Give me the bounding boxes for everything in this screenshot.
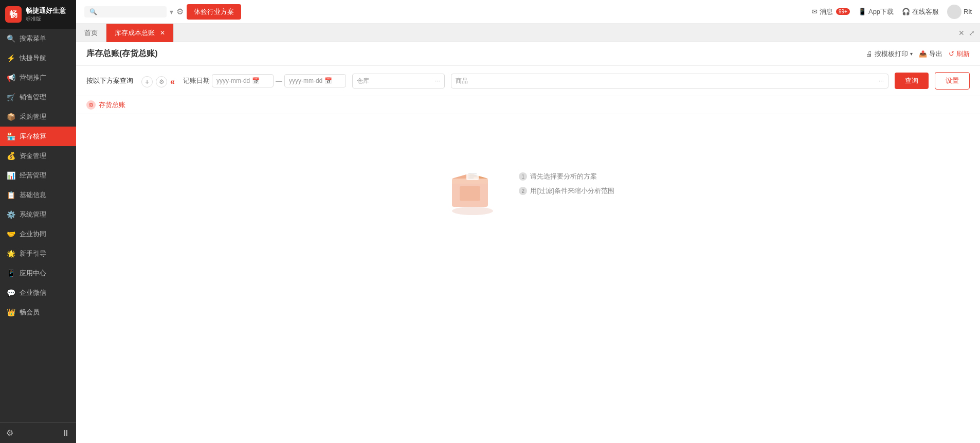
search-icon: 🔍 <box>6 34 15 43</box>
sidebar-item-label: 资金管理 <box>20 151 46 161</box>
online-service-label: 在线客服 <box>912 7 939 16</box>
refresh-icon: ↺ <box>949 50 954 58</box>
service-icon: 🎧 <box>902 8 910 15</box>
scheme-icon: ⟳ <box>86 100 96 110</box>
filter-collapse-btn[interactable]: « <box>170 77 175 86</box>
query-btn[interactable]: 查询 <box>895 73 929 89</box>
warehouse-placeholder: 仓库 <box>357 77 369 85</box>
sidebar-item-search[interactable]: 🔍 搜索菜单 <box>0 29 76 48</box>
date-label: 记账日期 <box>183 76 210 85</box>
sidebar-item-business[interactable]: 📊 经营管理 <box>0 166 76 185</box>
app-subtitle: 标准版 <box>26 15 66 23</box>
date-separator: — <box>276 77 282 85</box>
sidebar-item-finance[interactable]: 💰 资金管理 <box>0 146 76 166</box>
scheme-label: 存货总账 <box>99 100 125 110</box>
tab-inventory-ledger[interactable]: 库存成本总账 ✕ <box>106 24 174 42</box>
app-download-label: App下载 <box>868 7 894 16</box>
sidebar-item-basic[interactable]: 📋 基础信息 <box>0 185 76 205</box>
sidebar-nav: 🔍 搜索菜单 ⚡ 快捷导航 📢 营销推广 🛒 销售管理 📦 采购管理 🏪 库存核… <box>0 29 76 422</box>
quick-nav-icon: ⚡ <box>6 54 15 62</box>
topbar-right: ✉ 消息 99+ 📱 App下载 🎧 在线客服 Rit <box>812 5 972 19</box>
expand-icon[interactable]: ⤢ <box>969 29 975 37</box>
topbar-gear-icon[interactable]: ⚙ <box>176 7 184 16</box>
export-btn[interactable]: 📤 导出 <box>919 49 942 59</box>
tab-home[interactable]: 首页 <box>76 24 106 42</box>
date-filter-field: 记账日期 yyyy-mm-dd 📅 — yyyy-mm-dd 📅 <box>183 74 346 87</box>
message-icon: ✉ <box>812 8 818 15</box>
goods-more-icon: ··· <box>879 77 884 84</box>
user-name: Rit <box>964 8 972 15</box>
message-btn[interactable]: ✉ 消息 99+ <box>812 7 850 16</box>
sidebar-item-marketing[interactable]: 📢 营销推广 <box>0 68 76 87</box>
main-area: 🔍 ▾ ⚙ 体验行业方案 ✉ 消息 99+ 📱 App下载 🎧 在线客服 <box>76 0 980 443</box>
filter-settings-icon[interactable]: ⚙ <box>156 76 167 87</box>
warehouse-more-icon: ··· <box>435 77 440 84</box>
sidebar-item-vip[interactable]: 👑 畅会员 <box>0 303 76 322</box>
user-avatar <box>947 5 961 19</box>
date-end-input[interactable]: yyyy-mm-dd 📅 <box>284 74 346 87</box>
finance-icon: 💰 <box>6 152 15 160</box>
sidebar-item-wechat[interactable]: 💬 企业微信 <box>0 283 76 303</box>
sidebar-item-label: 新手引导 <box>20 249 46 258</box>
sidebar-item-inventory[interactable]: 🏪 库存核算 <box>0 127 76 146</box>
topbar-dropdown-icon[interactable]: ▾ <box>170 8 173 16</box>
speaker-bottom-icon[interactable]: ⏸ <box>62 429 70 438</box>
tabs-bar: 首页 库存成本总账 ✕ ✕ ⤢ <box>76 24 980 42</box>
tab-close-icon[interactable]: ✕ <box>160 29 165 37</box>
tab-home-label: 首页 <box>84 28 98 38</box>
sidebar-item-quick-nav[interactable]: ⚡ 快捷导航 <box>0 48 76 68</box>
sidebar-item-label: 基础信息 <box>20 190 46 200</box>
topbar: 🔍 ▾ ⚙ 体验行业方案 ✉ 消息 99+ 📱 App下载 🎧 在线客服 <box>76 0 980 24</box>
page-header-actions: 🖨 按模板打印 ▾ 📤 导出 ↺ 刷新 <box>866 49 970 59</box>
sidebar-item-label: 库存核算 <box>20 132 46 141</box>
date-start-input[interactable]: yyyy-mm-dd 📅 <box>212 74 274 87</box>
tab-right-controls: ✕ ⤢ <box>953 29 980 37</box>
sidebar-logo-text: 畅捷通好生意 标准版 <box>26 6 66 23</box>
filter-add-btns: + ⚙ « <box>141 72 175 87</box>
page-title: 库存总账(存货总账) <box>86 48 158 59</box>
svg-rect-8 <box>466 171 479 180</box>
phone-icon: 📱 <box>858 8 866 15</box>
close-panel-icon[interactable]: ✕ <box>958 29 965 37</box>
empty-state: 1 请先选择要分析的方案 2 用[过滤]条件来缩小分析范围 <box>76 114 980 258</box>
sidebar-item-company[interactable]: 🤝 企业协同 <box>0 224 76 244</box>
topbar-left: 🔍 ▾ ⚙ 体验行业方案 <box>84 4 807 20</box>
sidebar-item-system[interactable]: ⚙️ 系统管理 <box>0 205 76 224</box>
company-icon: 🤝 <box>6 230 15 238</box>
sidebar: 畅 畅捷通好生意 标准版 🔍 搜索菜单 ⚡ 快捷导航 📢 营销推广 🛒 销售管理… <box>0 0 76 443</box>
message-label: 消息 <box>820 7 833 16</box>
vip-icon: 👑 <box>6 308 15 316</box>
scheme-item[interactable]: ⟳ 存货总账 <box>86 100 125 110</box>
settings-bottom-icon[interactable]: ⚙ <box>6 428 13 438</box>
sidebar-item-label: 企业协同 <box>20 229 46 239</box>
print-template-btn[interactable]: 🖨 按模板打印 ▾ <box>866 49 913 59</box>
app-download-btn[interactable]: 📱 App下载 <box>858 7 894 16</box>
basic-icon: 📋 <box>6 191 15 199</box>
industry-btn[interactable]: 体验行业方案 <box>187 4 241 20</box>
sidebar-item-label: 畅会员 <box>20 308 40 317</box>
date-start-placeholder: yyyy-mm-dd <box>216 77 250 84</box>
online-service-btn[interactable]: 🎧 在线客服 <box>902 7 939 16</box>
refresh-btn[interactable]: ↺ 刷新 <box>949 49 970 59</box>
date-end-placeholder: yyyy-mm-dd <box>289 77 322 84</box>
topbar-search[interactable]: 🔍 <box>84 6 167 17</box>
goods-select[interactable]: 商品 ··· <box>451 74 888 88</box>
empty-text: 1 请先选择要分析的方案 2 用[过滤]条件来缩小分析范围 <box>519 172 614 201</box>
sidebar-item-sales[interactable]: 🛒 销售管理 <box>0 87 76 107</box>
sidebar-item-purchase[interactable]: 📦 采购管理 <box>0 107 76 127</box>
filter-label: 按以下方案查询 <box>86 72 133 85</box>
warehouse-select[interactable]: 仓库 ··· <box>352 74 445 88</box>
app-logo-icon: 畅 <box>5 6 22 23</box>
message-badge: 99+ <box>836 8 850 15</box>
filter-fields-area: 记账日期 yyyy-mm-dd 📅 — yyyy-mm-dd 📅 <box>183 72 970 90</box>
user-area[interactable]: Rit <box>947 5 972 19</box>
settings-filter-btn[interactable]: 设置 <box>935 72 970 90</box>
sidebar-item-appstore[interactable]: 📱 应用中心 <box>0 263 76 283</box>
empty-hint-1: 1 请先选择要分析的方案 <box>519 172 614 181</box>
sidebar-item-label: 系统管理 <box>20 210 46 219</box>
hint-num-2: 2 <box>519 187 527 195</box>
goods-filter-field: 商品 ··· <box>451 74 888 88</box>
sidebar-item-guide[interactable]: 🌟 新手引导 <box>0 244 76 263</box>
filter-add-icon[interactable]: + <box>141 76 153 87</box>
inventory-icon: 🏪 <box>6 132 15 140</box>
